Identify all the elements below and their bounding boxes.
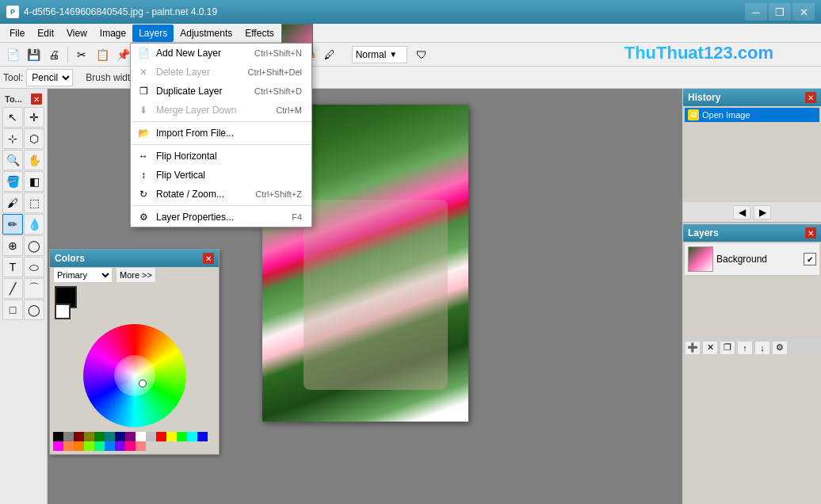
tool-row-1: ↖ ✛ <box>2 107 45 128</box>
tool-dropdown[interactable]: Pencil <box>26 69 73 86</box>
palette-color[interactable] <box>187 432 197 441</box>
separator <box>67 47 68 63</box>
layer-thumbnail <box>688 246 713 272</box>
layer-visibility-check[interactable]: ✔ <box>804 253 816 265</box>
tb-opacity[interactable]: 🛡 <box>412 45 431 64</box>
duplicate-layer-button[interactable]: ❐ <box>720 341 735 355</box>
menu-effects[interactable]: Effects <box>239 25 280 42</box>
add-layer-button[interactable]: ➕ <box>685 341 701 355</box>
text-tool[interactable]: T <box>2 257 23 277</box>
palette-color[interactable] <box>74 441 84 451</box>
minimize-button[interactable]: ─ <box>745 3 767 21</box>
pencil-tool active[interactable]: ✏ <box>2 214 23 235</box>
menu-import-from-file[interactable]: 📂 Import From File... <box>131 124 311 143</box>
pan-tool[interactable]: ✋ <box>24 150 44 170</box>
tb-print[interactable]: 🖨 <box>44 45 63 64</box>
menu-image[interactable]: Image <box>94 25 132 42</box>
palette-color[interactable] <box>63 441 74 451</box>
tb-save[interactable]: 💾 <box>24 45 43 64</box>
history-item[interactable]: 🖼 Open Image <box>685 108 819 122</box>
menu-edit[interactable]: Edit <box>31 25 60 42</box>
titlebar-controls: ─ ❐ ✕ <box>745 3 815 21</box>
secondary-color-swatch[interactable] <box>55 304 71 319</box>
move-layer-up-button[interactable]: ↑ <box>737 341 753 355</box>
menu-flip-horizontal[interactable]: ↔ Flip Horizontal <box>131 147 311 166</box>
palette-color[interactable] <box>53 432 63 441</box>
redo-button[interactable]: ▶ <box>754 205 771 220</box>
tb-cut[interactable]: ✂ <box>72 45 91 64</box>
toolbox-close[interactable]: ✕ <box>31 94 42 105</box>
mode-select[interactable]: Normal ▼ <box>352 46 407 63</box>
tool-row-2: ⊹ ⬡ <box>2 128 45 149</box>
palette-color[interactable] <box>177 432 187 441</box>
layer-item-background[interactable]: Background ✔ <box>685 243 819 276</box>
toolbox-header: To... ✕ <box>2 92 45 106</box>
close-button[interactable]: ✕ <box>792 3 815 21</box>
menu-layers[interactable]: Layers <box>132 25 174 42</box>
tb-new[interactable]: 📄 <box>3 45 22 64</box>
line-tool[interactable]: ╱ <box>2 278 23 299</box>
palette-color[interactable] <box>156 432 166 441</box>
palette-color[interactable] <box>166 432 177 441</box>
palette-color[interactable] <box>115 432 125 441</box>
menu-rotate-zoom[interactable]: ↻ Rotate / Zoom... Ctrl+Shift+Z <box>131 185 311 204</box>
history-close-button[interactable]: ✕ <box>805 92 816 103</box>
move-layer-down-button[interactable]: ↓ <box>754 341 770 355</box>
palette-color[interactable] <box>146 432 156 441</box>
palette-color[interactable] <box>53 441 63 451</box>
maximize-button[interactable]: ❐ <box>769 3 791 21</box>
undo-button[interactable]: ◀ <box>733 205 750 220</box>
menu-flip-vertical[interactable]: ↕ Flip Vertical <box>131 166 311 185</box>
blur-tool[interactable]: ◯ <box>24 235 44 256</box>
palette-color[interactable] <box>125 441 136 451</box>
palette-color[interactable] <box>63 432 74 441</box>
palette-color[interactable] <box>84 441 94 451</box>
clone-stamp-tool[interactable]: ⊕ <box>2 235 23 256</box>
palette-color[interactable] <box>105 441 115 451</box>
select-rectangle-tool[interactable]: ↖ <box>2 107 23 128</box>
menu-view[interactable]: View <box>60 25 94 42</box>
toolbox-title: To... <box>5 94 22 104</box>
tb-copy[interactable]: 📋 <box>93 45 112 64</box>
layers-close-button[interactable]: ✕ <box>805 227 816 239</box>
delete-layer-button[interactable]: ✕ <box>702 341 718 355</box>
palette-color[interactable] <box>125 432 136 441</box>
layer-properties-button[interactable]: ⚙ <box>772 341 788 355</box>
palette-color[interactable] <box>136 432 146 441</box>
ellipse-shape-tool[interactable]: ◯ <box>24 300 44 320</box>
paint-bucket-tool[interactable]: 🪣 <box>2 171 23 192</box>
menu-adjustments[interactable]: Adjustments <box>174 25 239 42</box>
menu-add-new-layer[interactable]: 📄 Add New Layer Ctrl+Shift+N <box>131 44 311 63</box>
tb-dropper[interactable]: 🖊 <box>320 45 339 64</box>
menu-duplicate-layer[interactable]: ❐ Duplicate Layer Ctrl+Shift+D <box>131 82 311 101</box>
separator-2 <box>131 144 311 145</box>
menu-layer-properties[interactable]: ⚙ Layer Properties... F4 <box>131 208 311 227</box>
color-mode-select[interactable]: Primary Secondary <box>53 267 113 283</box>
palette-color[interactable] <box>105 432 115 441</box>
recolor-tool[interactable]: 💧 <box>24 214 44 235</box>
palette-color[interactable] <box>115 441 125 451</box>
palette-color[interactable] <box>94 432 105 441</box>
magic-wand-tool[interactable]: ⬡ <box>24 128 44 149</box>
shapes-tool[interactable]: ⬭ <box>24 257 44 277</box>
palette-color[interactable] <box>74 432 84 441</box>
palette-color[interactable] <box>84 432 94 441</box>
history-title: History <box>688 92 720 103</box>
paintbrush-tool[interactable]: 🖌 <box>2 193 23 213</box>
more-colors-button[interactable]: More >> <box>116 267 156 283</box>
curve-tool[interactable]: ⌒ <box>24 278 44 299</box>
colors-close-button[interactable]: ✕ <box>203 253 214 264</box>
palette-color[interactable] <box>136 441 146 451</box>
duplicate-layer-icon: ❐ <box>137 85 150 97</box>
lasso-tool[interactable]: ⊹ <box>2 128 23 149</box>
select-move-tool[interactable]: ✛ <box>24 107 44 128</box>
toolbar2: Tool: Pencil Brush width: <box>0 67 821 89</box>
palette-color[interactable] <box>197 432 208 441</box>
gradient-tool[interactable]: ◧ <box>24 171 44 192</box>
menu-file[interactable]: File <box>3 25 31 42</box>
color-wheel[interactable] <box>83 324 186 427</box>
zoom-tool[interactable]: 🔍 <box>2 150 23 170</box>
eraser-tool[interactable]: ⬚ <box>24 193 44 213</box>
rectangle-shape-tool[interactable]: □ <box>2 300 23 320</box>
palette-color[interactable] <box>94 441 105 451</box>
